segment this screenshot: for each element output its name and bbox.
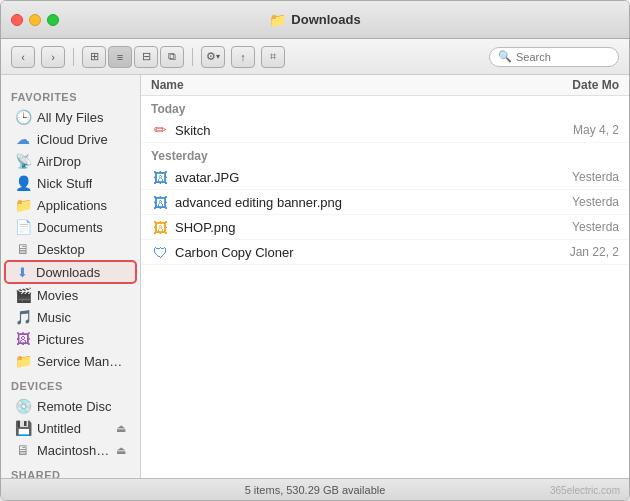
forward-button[interactable]: › [41, 46, 65, 68]
chevron-icon: ▾ [216, 52, 220, 61]
finder-window: 📁 Downloads ‹ › ⊞ ≡ ⊟ ⧉ ⚙▾ [0, 0, 630, 501]
share-icon: ↑ [240, 51, 246, 63]
shop-date: Yesterda [572, 220, 619, 234]
ccc-date: Jan 22, 2 [570, 245, 619, 259]
file-row-banner[interactable]: 🖼 advanced editing banner.png Yesterda [141, 190, 629, 215]
sidebar-item-macintosh-hd[interactable]: 🖥 Macintosh HD ⏏ [5, 439, 136, 461]
sidebar: Favorites 🕒 All My Files ☁ iCloud Drive … [1, 75, 141, 478]
banner-name: advanced editing banner.png [175, 195, 566, 210]
sidebar-item-pictures[interactable]: 🖼 Pictures [5, 328, 136, 350]
sidebar-item-airdrop[interactable]: 📡 AirDrop [5, 150, 136, 172]
sidebar-item-downloads[interactable]: ⬇ Downloads [4, 260, 137, 284]
skitch-icon: ✏ [151, 121, 169, 139]
sidebar-item-untitled[interactable]: 💾 Untitled ⏏ [5, 417, 136, 439]
sidebar-item-applications[interactable]: 📁 Applications [5, 194, 136, 216]
favorites-header: Favorites [1, 83, 140, 106]
share-button[interactable]: ↑ [231, 46, 255, 68]
sidebar-item-nick-stuff[interactable]: 👤 Nick Stuff [5, 172, 136, 194]
sidebar-item-service-manuals[interactable]: 📁 Service Manuals [5, 350, 136, 372]
watermark: 365electric.com [550, 485, 620, 496]
movies-icon: 🎬 [15, 287, 31, 303]
statusbar: 5 items, 530.29 GB available [1, 478, 629, 500]
applications-icon: 📁 [15, 197, 31, 213]
file-row-skitch[interactable]: ✏ Skitch May 4, 2 [141, 118, 629, 143]
col-name-header: Name [151, 78, 499, 92]
sidebar-label-icloud-drive: iCloud Drive [37, 132, 108, 147]
cloud-icon: ☁ [15, 131, 31, 147]
sidebar-label-downloads: Downloads [36, 265, 100, 280]
sidebar-item-all-my-files[interactable]: 🕒 All My Files [5, 106, 136, 128]
view-cover-button[interactable]: ⧉ [160, 46, 184, 68]
airdrop-icon: 📡 [15, 153, 31, 169]
skitch-name: Skitch [175, 123, 567, 138]
back-icon: ‹ [21, 51, 25, 63]
grid-icon: ⊞ [90, 50, 99, 63]
toolbar-separator-2 [192, 48, 193, 66]
sidebar-item-music[interactable]: 🎵 Music [5, 306, 136, 328]
title-folder-icon: 📁 [269, 12, 286, 28]
title-text: Downloads [291, 12, 360, 27]
sidebar-label-remote-disc: Remote Disc [37, 399, 111, 414]
hd-icon: 🖥 [15, 442, 31, 458]
traffic-lights [11, 14, 59, 26]
content-area: Favorites 🕒 All My Files ☁ iCloud Drive … [1, 75, 629, 478]
shop-name: SHOP.png [175, 220, 566, 235]
maximize-button[interactable] [47, 14, 59, 26]
cover-icon: ⧉ [168, 50, 176, 63]
sidebar-label-untitled: Untitled [37, 421, 81, 436]
clock-icon: 🕒 [15, 109, 31, 125]
tag-icon: ⌗ [270, 50, 276, 63]
devices-header: Devices [1, 372, 140, 395]
sidebar-item-movies[interactable]: 🎬 Movies [5, 284, 136, 306]
sidebar-label-documents: Documents [37, 220, 103, 235]
sidebar-item-documents[interactable]: 📄 Documents [5, 216, 136, 238]
gear-icon: ⚙ [206, 50, 216, 63]
file-row-ccc[interactable]: 🛡 Carbon Copy Cloner Jan 22, 2 [141, 240, 629, 265]
sidebar-item-remote-disc[interactable]: 💿 Remote Disc [5, 395, 136, 417]
back-button[interactable]: ‹ [11, 46, 35, 68]
drive-icon: 💾 [15, 420, 31, 436]
search-box[interactable]: 🔍 [489, 47, 619, 67]
view-icon-button[interactable]: ⊞ [82, 46, 106, 68]
view-column-button[interactable]: ⊟ [134, 46, 158, 68]
sidebar-label-music: Music [37, 310, 71, 325]
yesterday-section-label: Yesterday [141, 143, 629, 165]
service-manuals-icon: 📁 [15, 353, 31, 369]
sidebar-label-airdrop: AirDrop [37, 154, 81, 169]
file-row-avatar[interactable]: 🖼 avatar.JPG Yesterda [141, 165, 629, 190]
col-date-header: Date Mo [499, 78, 619, 92]
banner-icon: 🖼 [151, 193, 169, 211]
sidebar-label-pictures: Pictures [37, 332, 84, 347]
eject-hd-button[interactable]: ⏏ [116, 444, 126, 457]
desktop-icon: 🖥 [15, 241, 31, 257]
sidebar-label-all-my-files: All My Files [37, 110, 103, 125]
music-icon: 🎵 [15, 309, 31, 325]
shop-icon: 🖼 [151, 218, 169, 236]
list-icon: ≡ [117, 51, 123, 63]
action-button[interactable]: ⚙▾ [201, 46, 225, 68]
sidebar-label-service-manuals: Service Manuals [37, 354, 126, 369]
toolbar: ‹ › ⊞ ≡ ⊟ ⧉ ⚙▾ ↑ ⌗ [1, 39, 629, 75]
ccc-icon: 🛡 [151, 243, 169, 261]
tag-button[interactable]: ⌗ [261, 46, 285, 68]
view-controls: ⊞ ≡ ⊟ ⧉ [82, 46, 184, 68]
file-list-area: Name Date Mo Today ✏ Skitch May 4, 2 Yes… [141, 75, 629, 478]
banner-date: Yesterda [572, 195, 619, 209]
file-list-header: Name Date Mo [141, 75, 629, 96]
search-input[interactable] [516, 51, 610, 63]
sidebar-label-nick-stuff: Nick Stuff [37, 176, 92, 191]
documents-icon: 📄 [15, 219, 31, 235]
today-section-label: Today [141, 96, 629, 118]
window-title: 📁 Downloads [269, 12, 360, 28]
forward-icon: › [51, 51, 55, 63]
file-row-shop[interactable]: 🖼 SHOP.png Yesterda [141, 215, 629, 240]
close-button[interactable] [11, 14, 23, 26]
eject-untitled-button[interactable]: ⏏ [116, 422, 126, 435]
view-list-button[interactable]: ≡ [108, 46, 132, 68]
avatar-name: avatar.JPG [175, 170, 566, 185]
minimize-button[interactable] [29, 14, 41, 26]
user-icon: 👤 [15, 175, 31, 191]
sidebar-item-desktop[interactable]: 🖥 Desktop [5, 238, 136, 260]
downloads-icon: ⬇ [14, 264, 30, 280]
sidebar-item-icloud-drive[interactable]: ☁ iCloud Drive [5, 128, 136, 150]
